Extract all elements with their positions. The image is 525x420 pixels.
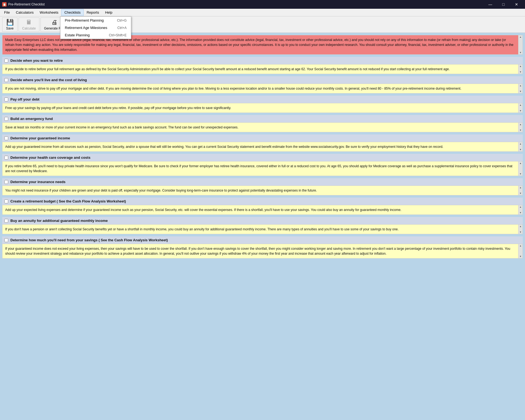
scroll-down-arrow[interactable]: ▼ xyxy=(519,51,522,54)
checklist-header-retire-when: Decide when you want to retire xyxy=(2,57,523,64)
scroll-down[interactable]: ▼ xyxy=(519,90,522,93)
checklist-checkbox-retire-when[interactable] xyxy=(4,59,8,63)
checklist-checkbox-budget[interactable] xyxy=(4,199,8,203)
checklist-checkbox-retire-where[interactable] xyxy=(4,78,8,82)
scroll-up[interactable]: ▲ xyxy=(519,161,522,165)
checklist-checkbox-savings-needed[interactable] xyxy=(4,238,8,242)
scroll-up[interactable]: ▲ xyxy=(519,244,522,248)
scroll-down[interactable]: ▼ xyxy=(519,192,522,195)
dropdown-shortcut-milestones: Ctrl+A xyxy=(117,26,127,30)
window-title: Pre-Retirement Checklist xyxy=(8,2,45,6)
maximize-button[interactable]: □ xyxy=(497,0,510,9)
checklist-section: Buy an annuity for additional guaranteed… xyxy=(2,217,523,234)
checklist-body-text-retire-when: If you decide to retire before your full… xyxy=(2,64,518,74)
checklist-scrollbar-annuity[interactable]: ▲▼ xyxy=(518,225,523,234)
save-button[interactable]: 💾 Save xyxy=(2,17,18,32)
scroll-up[interactable]: ▲ xyxy=(519,103,522,107)
scroll-down[interactable]: ▼ xyxy=(519,148,522,151)
print-icon: 🖨 xyxy=(51,19,57,26)
checklist-scrollbar-retire-when[interactable]: ▲▼ xyxy=(518,64,523,74)
checklist-section: Determine your guaranteed incomeAdd up y… xyxy=(2,134,523,152)
checklist-header-label-insurance: Determine your insurance needs xyxy=(10,180,66,184)
checklist-header-label-healthcare: Determine your health care coverage and … xyxy=(10,155,91,160)
checklist-header-label-emergency-fund: Build an emergency fund xyxy=(10,117,53,121)
checklist-body-text-insurance: You might not need insurance if your chi… xyxy=(2,186,518,195)
checklist-container: Decide when you want to retireIf you dec… xyxy=(2,57,523,259)
scroll-up[interactable]: ▲ xyxy=(519,84,522,87)
checklist-scrollbar-insurance[interactable]: ▲▼ xyxy=(518,186,523,195)
dropdown-item-milestones[interactable]: Retirement Age Milestones Ctrl+A xyxy=(60,24,131,31)
dropdown-item-preretirement[interactable]: Pre-Retirement Planning Ctrl+G xyxy=(60,17,131,24)
checklist-header-label-retire-where: Decide where you'll live and the cost of… xyxy=(10,78,87,82)
checklist-header-label-savings-needed: Determine how much you'll need from your… xyxy=(10,238,168,242)
title-bar: 📋 Pre-Retirement Checklist — □ ✕ xyxy=(0,0,525,9)
checklist-body-text-retire-where: If you are not moving, strive to pay off… xyxy=(2,84,518,93)
checklist-header-guaranteed-income: Determine your guaranteed income xyxy=(2,134,523,142)
disclaimer-scrollbar[interactable]: ▲ ▼ xyxy=(518,35,523,54)
scroll-down[interactable]: ▼ xyxy=(519,230,522,234)
scroll-down[interactable]: ▼ xyxy=(519,172,522,176)
checklist-checkbox-guaranteed-income[interactable] xyxy=(4,136,8,140)
checklist-body-pay-debt: Free up your savings by paying off your … xyxy=(2,103,523,113)
calculate-label: Calculate xyxy=(22,27,36,30)
scroll-up[interactable]: ▲ xyxy=(519,64,522,68)
checklist-body-text-pay-debt: Free up your savings by paying off your … xyxy=(2,103,518,113)
checklist-scrollbar-healthcare[interactable]: ▲▼ xyxy=(518,161,523,176)
scroll-up[interactable]: ▲ xyxy=(519,205,522,209)
menu-worksheets[interactable]: Worksheets xyxy=(37,9,61,16)
checklist-header-budget: Create a retirement budget ( See the Cas… xyxy=(2,198,523,205)
scroll-up[interactable]: ▲ xyxy=(519,186,522,189)
scroll-down[interactable]: ▼ xyxy=(519,70,522,74)
checklist-checkbox-healthcare[interactable] xyxy=(4,156,8,160)
menu-calculators[interactable]: Calculators xyxy=(13,9,37,16)
menu-reports[interactable]: Reports xyxy=(84,9,102,16)
checklist-section: Determine your insurance needsYou might … xyxy=(2,178,523,195)
menu-file[interactable]: File xyxy=(1,9,13,16)
checklist-scrollbar-retire-where[interactable]: ▲▼ xyxy=(518,84,523,93)
scroll-up-arrow[interactable]: ▲ xyxy=(519,35,522,39)
app-icon: 📋 xyxy=(2,2,7,7)
checklist-body-savings-needed: If your guaranteed income does not excee… xyxy=(2,244,523,259)
checklist-body-guaranteed-income: Add up your guaranteed income from all s… xyxy=(2,142,523,152)
calculate-button[interactable]: 🖩 Calculate xyxy=(19,17,39,32)
minimize-button[interactable]: — xyxy=(484,0,497,9)
checklist-section: Determine how much you'll need from your… xyxy=(2,236,523,259)
checklist-body-retire-where: If you are not moving, strive to pay off… xyxy=(2,84,523,93)
checklist-header-label-guaranteed-income: Determine your guaranteed income xyxy=(10,136,70,140)
checklist-scrollbar-pay-debt[interactable]: ▲▼ xyxy=(518,103,523,113)
checklist-body-text-annuity: If you don't have a pension or aren't co… xyxy=(2,225,518,234)
scroll-down[interactable]: ▼ xyxy=(519,255,522,258)
scroll-up[interactable]: ▲ xyxy=(519,123,522,126)
checklist-scrollbar-budget[interactable]: ▲▼ xyxy=(518,205,523,215)
menu-checklists[interactable]: Checklists xyxy=(61,9,83,16)
menu-bar: File Calculators Worksheets Checklists R… xyxy=(0,9,525,16)
checklist-header-label-retire-when: Decide when you want to retire xyxy=(10,58,63,63)
close-button[interactable]: ✕ xyxy=(510,0,523,9)
checklist-section: Determine your health care coverage and … xyxy=(2,154,523,176)
checklist-checkbox-annuity[interactable] xyxy=(4,219,8,223)
dropdown-item-estate[interactable]: Estate Planning Ctrl+Shift+E xyxy=(60,31,131,39)
title-bar-controls: — □ ✕ xyxy=(484,0,523,9)
checklist-header-emergency-fund: Build an emergency fund xyxy=(2,115,523,122)
checklist-body-text-savings-needed: If your guaranteed income does not excee… xyxy=(2,244,518,258)
save-label: Save xyxy=(6,27,13,30)
checklist-checkbox-pay-debt[interactable] xyxy=(4,98,8,101)
checklist-scrollbar-savings-needed[interactable]: ▲▼ xyxy=(518,244,523,258)
scroll-down[interactable]: ▼ xyxy=(519,211,522,215)
checklist-body-retire-when: If you decide to retire before your full… xyxy=(2,64,523,74)
scroll-up[interactable]: ▲ xyxy=(519,142,522,146)
checklist-checkbox-insurance[interactable] xyxy=(4,180,8,184)
content-area: Made Easy Enterprises LLC does not provi… xyxy=(0,33,525,420)
scroll-down[interactable]: ▼ xyxy=(519,109,522,113)
scroll-up[interactable]: ▲ xyxy=(519,225,522,228)
checklist-scrollbar-guaranteed-income[interactable]: ▲▼ xyxy=(518,142,523,151)
checklist-checkbox-emergency-fund[interactable] xyxy=(4,117,8,121)
scroll-down[interactable]: ▼ xyxy=(519,128,522,132)
checklist-header-retire-where: Decide where you'll live and the cost of… xyxy=(2,76,523,84)
menu-help[interactable]: Help xyxy=(102,9,115,16)
checklist-section: Pay off your debtFree up your savings by… xyxy=(2,96,523,113)
checklist-scrollbar-emergency-fund[interactable]: ▲▼ xyxy=(518,123,523,132)
checklist-section: Decide where you'll live and the cost of… xyxy=(2,76,523,93)
dropdown-label-milestones: Retirement Age Milestones xyxy=(65,26,107,30)
checklist-header-pay-debt: Pay off your debt xyxy=(2,96,523,103)
